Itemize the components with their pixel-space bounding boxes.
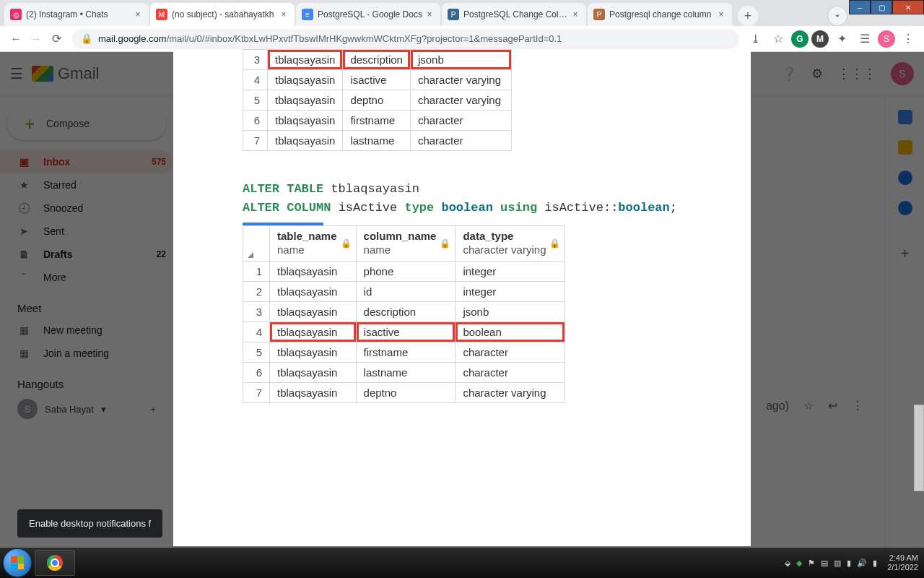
cell-data-type: character varying	[410, 90, 511, 111]
apps-grid-icon[interactable]: ⋮⋮⋮	[837, 66, 876, 82]
tab-title: Postgresql change column	[609, 9, 716, 20]
sidebar-item-inbox[interactable]: ▣Inbox575	[0, 150, 173, 173]
volume-icon[interactable]: 🔊	[857, 558, 867, 568]
cell-data-type: jsonb	[456, 301, 565, 322]
profile-chip[interactable]	[827, 6, 847, 26]
cell-data-type: integer	[456, 281, 565, 301]
tab-pg-col[interactable]: P Postgresql change column ×	[588, 3, 732, 26]
tray-icon[interactable]: ⚑	[808, 558, 815, 568]
hamburger-icon[interactable]: ☰	[10, 65, 23, 82]
start-button[interactable]	[3, 548, 32, 577]
active-tab-indicator	[243, 223, 323, 225]
back-button[interactable]: ←	[6, 29, 26, 49]
account-avatar[interactable]: S	[891, 62, 914, 85]
notification-toast[interactable]: Enable desktop notifications f	[17, 509, 162, 538]
forward-button[interactable]: →	[26, 29, 46, 49]
reload-button[interactable]: ⟳	[46, 29, 66, 49]
table-after: table_namename🔒 column_namename🔒 data_ty…	[243, 225, 751, 403]
cell-data-type: character varying	[410, 70, 511, 90]
clock[interactable]: 2:49 AM2/1/2022	[887, 553, 918, 571]
tab-pg-change[interactable]: P PostgreSQL Change Colum ×	[442, 3, 586, 26]
cell-table-name: tblaqsayasin	[268, 50, 343, 70]
extensions-icon[interactable]: ✦	[832, 29, 852, 49]
tab-close-icon[interactable]: ×	[570, 9, 580, 20]
omnibox[interactable]: 🔒 mail.google.com/mail/u/0/#inbox/KtbxLw…	[72, 29, 739, 49]
network-icon[interactable]: ▮	[847, 558, 851, 568]
video-icon: ▦	[17, 324, 30, 336]
sidebar-item-drafts[interactable]: 🗎Drafts22	[0, 243, 173, 266]
hangout-user[interactable]: SSaba Hayat▾+	[0, 394, 173, 423]
install-icon[interactable]: ⤓	[745, 29, 765, 49]
table-row: 6tblaqsayasinlastnamecharacter	[243, 362, 565, 382]
reply-icon[interactable]: ↩	[828, 399, 837, 413]
tab-close-icon[interactable]: ×	[424, 9, 435, 20]
tray-icon[interactable]: ⬙	[785, 558, 790, 568]
contacts-icon[interactable]	[898, 201, 912, 215]
row-index: 1	[243, 261, 270, 281]
reading-list-icon[interactable]: ☰	[855, 29, 875, 49]
close-button[interactable]: ✕	[892, 0, 924, 14]
tray-icon[interactable]: ▤	[821, 558, 828, 568]
keep-icon[interactable]	[898, 140, 912, 155]
extension-grammarly-icon[interactable]: G	[791, 30, 808, 48]
cell-table-name: tblaqsayasin	[268, 131, 343, 151]
table-row: 3tblaqsayasindescriptionjsonb	[243, 50, 512, 70]
sidebar-item-starred[interactable]: ★Starred	[0, 173, 173, 197]
tab-close-icon[interactable]: ×	[716, 9, 726, 20]
tray-icon[interactable]: ◆	[796, 558, 802, 568]
minimize-button[interactable]: –	[849, 0, 871, 14]
sidebar-item-label: Drafts	[43, 249, 144, 260]
cell-column-name: phone	[356, 261, 456, 281]
add-on-plus-icon[interactable]: +	[901, 246, 910, 262]
table-row: 4tblaqsayasinisactiveboolean	[243, 322, 565, 342]
taskbar-chrome[interactable]	[35, 550, 75, 576]
tasks-icon[interactable]	[898, 171, 912, 185]
row-index: 3	[243, 301, 270, 322]
favicon-icon: P	[593, 9, 605, 20]
sidebar-item-more[interactable]: ˇMore	[0, 266, 173, 289]
kebab-menu-icon[interactable]: ⋮	[898, 29, 918, 49]
sidebar-item-label: Starred	[43, 179, 166, 191]
cell-column-name: firstname	[356, 342, 456, 362]
tray-icon[interactable]: ▥	[834, 558, 841, 568]
tab-close-icon[interactable]: ×	[279, 9, 289, 20]
tab-gdocs[interactable]: ≡ PostgreSQL - Google Docs ×	[296, 3, 440, 26]
cell-table-name: tblaqsayasin	[270, 342, 357, 362]
sidebar-item-label: More	[43, 272, 166, 283]
sql-code: ALTER TABLE tblaqsayasin ALTER COLUMN is…	[243, 180, 751, 217]
cell-data-type: integer	[456, 261, 565, 281]
url-path: /mail/u/0/#inbox/KtbxLwHPxvtfTbswIMrHKgw…	[167, 33, 562, 44]
meet-new[interactable]: ▦New meeting	[0, 319, 173, 342]
lock-icon: 🔒	[341, 238, 352, 249]
sidebar-item-snoozed[interactable]: 🕘Snoozed	[0, 197, 173, 220]
profile-avatar[interactable]: S	[878, 30, 895, 48]
window-controls: – ▢ ✕	[849, 0, 924, 14]
maximize-button[interactable]: ▢	[871, 0, 892, 14]
star-outline-icon[interactable]: ☆	[803, 399, 814, 413]
support-icon[interactable]: ❔	[781, 66, 797, 82]
address-bar: ← → ⟳ 🔒 mail.google.com/mail/u/0/#inbox/…	[0, 26, 924, 52]
cell-column-name: id	[356, 281, 456, 301]
tab-gmail[interactable]: M (no subject) - sabahayatkh ×	[150, 3, 295, 26]
compose-button[interactable]: ＋Compose	[7, 107, 166, 140]
more-icon[interactable]: ⋮	[852, 399, 863, 413]
calendar-icon[interactable]	[898, 110, 912, 124]
cell-column-name: deptno	[343, 90, 411, 111]
scrollbar-thumb[interactable]	[914, 405, 924, 491]
gmail-logo[interactable]: Gmail	[32, 64, 99, 83]
attachment-viewer: 3tblaqsayasindescriptionjsonb4tblaqsayas…	[173, 49, 751, 546]
star-icon[interactable]: ☆	[768, 29, 788, 49]
row-index: 5	[243, 90, 268, 111]
extension-m-icon[interactable]: M	[811, 30, 829, 48]
tab-close-icon[interactable]: ×	[133, 9, 143, 20]
cell-table-name: tblaqsayasin	[270, 281, 357, 301]
meet-join[interactable]: ▦Join a meeting	[0, 342, 173, 365]
new-tab-button[interactable]: +	[738, 6, 758, 26]
add-contact-icon[interactable]: +	[150, 404, 156, 415]
cell-table-name: tblaqsayasin	[268, 70, 343, 90]
settings-icon[interactable]: ⚙	[811, 66, 823, 82]
cell-data-type: character	[456, 362, 565, 382]
battery-icon[interactable]: ▮	[873, 558, 877, 568]
sidebar-item-sent[interactable]: ➤Sent	[0, 220, 173, 243]
tab-instagram[interactable]: ◎ (2) Instagram • Chats ×	[4, 3, 149, 26]
